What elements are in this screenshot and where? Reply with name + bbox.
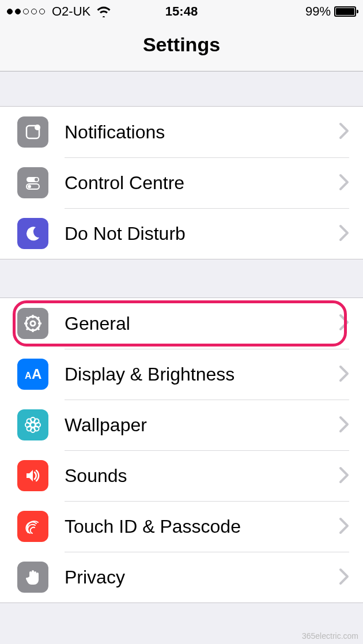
chevron-right-icon [339, 314, 349, 333]
settings-group-2: General AA Display & Brightness Wallpape… [0, 297, 363, 603]
row-label: Control Centre [65, 172, 339, 194]
row-label: Wallpaper [65, 415, 339, 436]
settings-group-1: Notifications Control Centre Do Not Dist… [0, 106, 363, 259]
control-centre-icon [17, 167, 48, 198]
row-do-not-disturb[interactable]: Do Not Disturb [0, 208, 363, 259]
row-notifications[interactable]: Notifications [0, 107, 363, 157]
notifications-icon [17, 116, 48, 148]
battery-icon [334, 6, 356, 17]
status-bar: O2-UK 15:48 99% [0, 0, 363, 23]
carrier-label: O2-UK [52, 4, 90, 19]
row-display-brightness[interactable]: AA Display & Brightness [0, 349, 363, 400]
row-label: Sounds [65, 465, 339, 487]
chevron-right-icon [339, 122, 349, 142]
speaker-icon [17, 460, 48, 491]
status-left: O2-UK [7, 4, 111, 19]
row-touch-id-passcode[interactable]: Touch ID & Passcode [0, 501, 363, 552]
chevron-right-icon [339, 365, 349, 385]
row-sounds[interactable]: Sounds [0, 450, 363, 501]
svg-point-3 [35, 178, 38, 182]
chevron-right-icon [339, 568, 349, 587]
svg-text:A: A [32, 366, 41, 382]
row-label: Privacy [65, 567, 339, 588]
row-wallpaper[interactable]: Wallpaper [0, 400, 363, 450]
hand-icon [17, 562, 48, 593]
section-spacer [0, 71, 363, 106]
row-general[interactable]: General [0, 298, 363, 349]
flower-icon [17, 409, 48, 440]
fingerprint-icon [17, 511, 48, 542]
moon-icon [17, 218, 48, 249]
wifi-icon [96, 6, 111, 17]
svg-point-18 [31, 423, 35, 427]
row-control-centre[interactable]: Control Centre [0, 157, 363, 208]
gear-icon [17, 308, 48, 339]
text-size-icon: AA [17, 359, 48, 390]
battery-percent: 99% [305, 4, 331, 19]
chevron-right-icon [339, 416, 349, 435]
status-right: 99% [305, 4, 356, 19]
chevron-right-icon [339, 224, 349, 244]
section-spacer [0, 259, 363, 297]
row-label: Display & Brightness [65, 364, 339, 385]
row-label: General [65, 313, 339, 334]
status-time: 15:48 [165, 4, 198, 19]
signal-dots-icon [7, 9, 45, 14]
row-privacy[interactable]: Privacy [0, 552, 363, 602]
chevron-right-icon [339, 517, 349, 537]
row-label: Do Not Disturb [65, 223, 339, 244]
svg-point-1 [35, 125, 40, 130]
svg-point-7 [31, 321, 35, 326]
watermark: 365electric.com [302, 631, 358, 641]
svg-point-5 [28, 185, 31, 189]
svg-text:A: A [25, 371, 32, 381]
chevron-right-icon [339, 174, 349, 193]
page-title: Settings [0, 23, 363, 71]
row-label: Notifications [65, 122, 339, 143]
chevron-right-icon [339, 466, 349, 486]
row-label: Touch ID & Passcode [65, 516, 339, 537]
